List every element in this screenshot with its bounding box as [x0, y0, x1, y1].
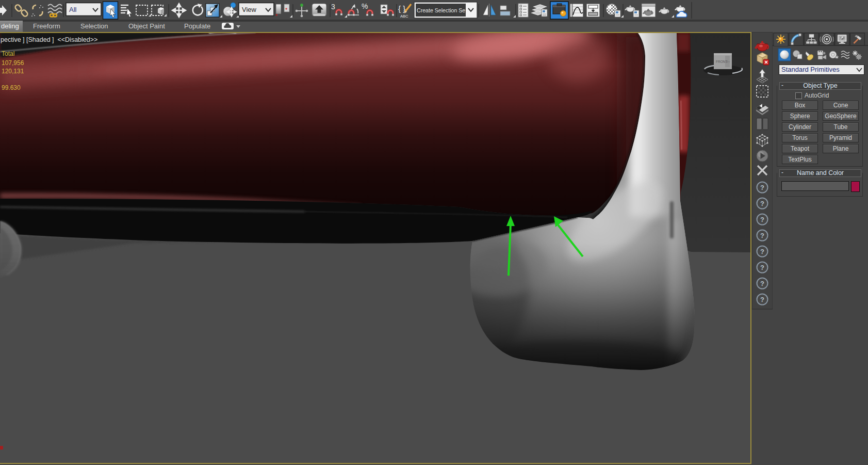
svg-text:107,956: 107,956 [2, 59, 24, 67]
svg-text:Total: Total [2, 50, 14, 57]
svg-text:FY: FY [727, 60, 730, 63]
svg-text:99.630: 99.630 [2, 84, 21, 91]
svg-text:FRONT: FRONT [716, 60, 727, 63]
svg-text:?: ? [760, 184, 764, 191]
svg-text:120,131: 120,131 [2, 68, 24, 75]
svg-text:pective ] [Shaded ] <<Disable: pective ] [Shaded ] <<Disabled>> [1, 36, 97, 43]
